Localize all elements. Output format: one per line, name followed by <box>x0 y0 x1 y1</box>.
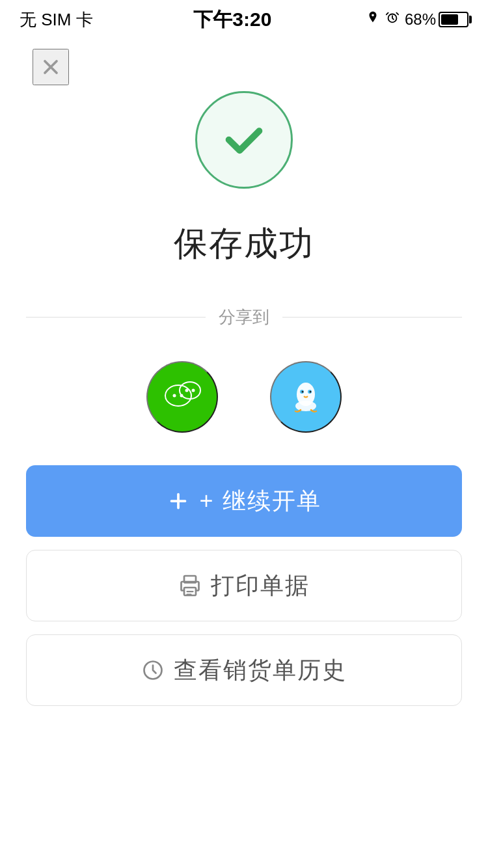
battery-icon <box>439 12 468 27</box>
battery-text: 68% <box>405 10 436 29</box>
battery-fill <box>441 14 458 25</box>
share-icons-row <box>26 361 462 433</box>
print-button[interactable]: 打印单据 <box>26 550 462 621</box>
share-qq-button[interactable] <box>270 361 342 433</box>
success-indicator <box>195 91 293 189</box>
svg-point-4 <box>180 394 183 398</box>
print-label: 打印单据 <box>211 570 310 602</box>
history-button[interactable]: 查看销货单历史 <box>26 634 462 706</box>
carrier-text: 无 SIM 卡 <box>20 8 93 31</box>
share-section: 分享到 <box>0 306 488 433</box>
divider-line-right <box>282 317 462 318</box>
success-title: 保存成功 <box>174 221 314 267</box>
qq-icon <box>285 376 327 418</box>
svg-point-1 <box>165 385 191 406</box>
alarm-icon <box>385 10 400 29</box>
wechat-icon <box>161 376 203 418</box>
location-icon <box>366 10 380 29</box>
action-buttons: + 继续开单 打印单据 查看销货单历史 <box>0 465 488 706</box>
share-divider: 分享到 <box>26 306 462 329</box>
battery-indicator: 68% <box>405 10 468 29</box>
divider-line-left <box>26 317 206 318</box>
plus-icon <box>167 489 190 513</box>
printer-icon <box>178 574 202 597</box>
history-icon <box>141 658 165 682</box>
svg-point-11 <box>302 391 304 393</box>
status-indicators: 68% <box>366 10 468 29</box>
share-label: 分享到 <box>219 306 269 329</box>
svg-point-12 <box>310 391 312 393</box>
history-label: 查看销货单历史 <box>174 655 347 686</box>
svg-point-8 <box>295 401 316 411</box>
svg-point-5 <box>185 389 189 392</box>
share-wechat-button[interactable] <box>146 361 218 433</box>
continue-order-button[interactable]: + 继续开单 <box>26 465 462 537</box>
checkmark-icon <box>218 113 270 167</box>
main-content: 保存成功 分享到 <box>0 39 488 706</box>
svg-point-3 <box>173 394 176 398</box>
status-time: 下午3:20 <box>193 7 271 33</box>
close-button[interactable] <box>33 49 69 85</box>
status-carrier: 无 SIM 卡 <box>20 8 100 31</box>
status-bar: 无 SIM 卡 下午3:20 68% <box>0 0 488 39</box>
continue-order-label: + 继续开单 <box>199 485 321 517</box>
svg-point-6 <box>192 389 195 392</box>
